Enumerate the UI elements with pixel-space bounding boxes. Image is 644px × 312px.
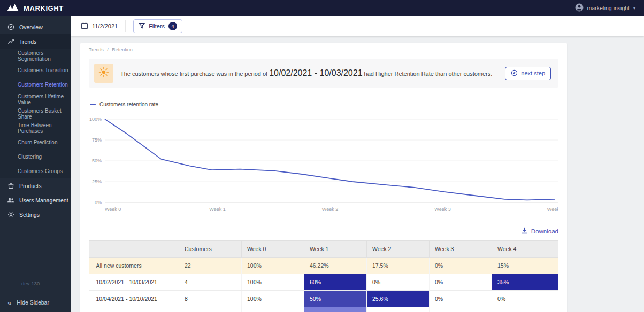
table-header-cell: Week 4 <box>492 241 558 258</box>
trends-icon <box>7 38 14 45</box>
retention-chart: 100%75%50%25%0%Week 0Week 1Week 2Week 3W… <box>89 113 558 213</box>
sidebar-item-users-management[interactable]: Users Management <box>0 193 71 207</box>
table-cell: 50% <box>304 291 367 307</box>
next-step-button[interactable]: next step <box>505 67 551 80</box>
legend-marker <box>90 104 96 105</box>
table-cell: 100% <box>242 291 304 307</box>
sidebar-item-overview[interactable]: Overview <box>0 20 71 34</box>
sidebar: OverviewTrends Customers SegmentationCus… <box>0 16 71 312</box>
date-value: 11/2/2021 <box>92 23 118 29</box>
sidebar-item-products[interactable]: Products <box>0 178 71 193</box>
table-cell: 0% <box>492 291 558 307</box>
sidebar-item-trends[interactable]: Trends <box>0 34 71 49</box>
breadcrumb-retention[interactable]: Retention <box>112 47 133 52</box>
breadcrumb-trends[interactable]: Trends <box>89 47 104 52</box>
collapse-icon: « <box>7 299 11 307</box>
sidebar-item-settings[interactable]: Settings <box>0 207 71 222</box>
table-cell: 46.22% <box>304 258 367 274</box>
table-cell <box>367 307 430 312</box>
sidebar-subitem-customers-basket-share[interactable]: Customers Basket Share <box>0 106 71 121</box>
table-row: 10/04/2021 - 10/10/20218100%50%25.6%0%0% <box>89 291 558 307</box>
sidebar-subitem-churn-prediction[interactable]: Churn Prediction <box>0 135 71 150</box>
chevron-down-icon: ▾ <box>633 6 635 11</box>
sidebar-top-items: OverviewTrends <box>0 20 71 49</box>
row-label <box>89 307 179 312</box>
date-picker[interactable]: 11/2/2021 <box>81 22 118 30</box>
x-axis-tick-label: Week 0 <box>105 207 121 212</box>
sidebar-subitem-customers-segmentation[interactable]: Customers Segmentation <box>0 49 71 63</box>
table-cell <box>492 307 558 312</box>
table-header-cell: Week 2 <box>367 241 430 258</box>
x-axis-tick-label: Week 3 <box>434 207 450 212</box>
breadcrumb: Trends / Retention <box>89 47 558 52</box>
x-axis-tick-label: Week 2 <box>322 207 338 212</box>
logo-text: MARKIGHT <box>24 4 64 12</box>
table-cell <box>430 307 492 312</box>
table-cell <box>242 307 304 312</box>
hide-sidebar-button[interactable]: « Hide Sidebar <box>0 293 71 312</box>
insight-date-range: 10/02/2021 - 10/03/2021 <box>269 68 362 77</box>
main-content: Trends / Retention The customers whose f… <box>71 36 644 312</box>
markight-logo-icon <box>7 4 20 13</box>
table-cell: 35% <box>492 274 558 291</box>
sidebar-item-label: Trends <box>19 38 36 45</box>
sidebar-subitem-customers-transition[interactable]: Customers Transition <box>0 63 71 77</box>
table-row <box>89 307 558 312</box>
table-header-cell: Week 1 <box>304 241 367 258</box>
download-button[interactable]: Download <box>521 227 558 235</box>
table-cell: 0% <box>430 258 492 274</box>
toolbar-divider <box>125 20 126 32</box>
sidebar-subitem-customers-retention[interactable]: Customers Retention <box>0 77 71 92</box>
table-row: 10/02/2021 - 10/03/20214100%60%0%0%35% <box>89 274 558 291</box>
table-header-cell <box>89 241 179 258</box>
retention-rate-line <box>105 119 555 200</box>
table-cell: 0% <box>430 274 492 291</box>
row-label: 10/02/2021 - 10/03/2021 <box>89 274 179 291</box>
filters-label: Filters <box>149 23 165 29</box>
filters-button[interactable]: Filters 4 <box>133 19 182 33</box>
filters-count-badge: 4 <box>168 22 177 30</box>
insight-text-after: had Higher Retention Rate than other cus… <box>363 71 493 77</box>
calendar-icon <box>81 22 88 30</box>
logo[interactable]: MARKIGHT <box>7 4 64 13</box>
sidebar-subitem-customers-lifetime-value[interactable]: Customers Lifetime Value <box>0 92 71 106</box>
y-axis-tick-label: 75% <box>92 137 102 143</box>
products-icon <box>7 182 14 190</box>
table-cell: 100% <box>242 274 304 291</box>
y-axis-tick-label: 100% <box>89 116 102 122</box>
toolbar: 11/2/2021 Filters 4 <box>71 16 644 36</box>
table-cell: 15% <box>492 258 558 274</box>
sidebar-item-label: Settings <box>19 212 40 218</box>
sun-icon <box>98 66 110 80</box>
download-label: Download <box>531 228 558 235</box>
avatar <box>575 3 584 13</box>
chart-legend[interactable]: Customers retention rate <box>90 102 158 107</box>
account-menu[interactable]: marketing insight ▾ <box>575 3 635 13</box>
table-cell: 8 <box>179 291 242 307</box>
row-label: 10/04/2021 - 10/10/2021 <box>89 291 179 307</box>
users-icon <box>7 197 14 204</box>
table-header-cell: Week 0 <box>242 241 304 258</box>
table-header-row: CustomersWeek 0Week 1Week 2Week 3Week 4 <box>89 241 558 258</box>
compass-icon <box>511 69 518 77</box>
account-label: marketing insight <box>587 5 630 11</box>
sidebar-trends-submenu: Customers SegmentationCustomers Transiti… <box>0 49 71 178</box>
table-cell: 100% <box>242 258 304 274</box>
insight-banner: The customers whose first purchase was i… <box>89 59 558 88</box>
row-label: All new customers <box>89 258 179 274</box>
sidebar-version: dev-130 <box>0 280 71 286</box>
sidebar-subitem-time-between-purchases[interactable]: Time Between Purchases <box>0 121 71 135</box>
sidebar-item-label: Products <box>19 183 41 189</box>
table-cell: 25.6% <box>367 291 430 307</box>
breadcrumb-separator: / <box>107 47 109 52</box>
sidebar-spacer <box>0 222 71 280</box>
hide-sidebar-label: Hide Sidebar <box>17 299 49 306</box>
table-cell: 22 <box>179 258 242 274</box>
table-cell: 17.5% <box>367 258 430 274</box>
table-cell <box>304 307 367 312</box>
sidebar-subitem-customers-groups[interactable]: Customers Groups <box>0 164 71 178</box>
sidebar-subitem-clustering[interactable]: Clustering <box>0 150 71 164</box>
insight-text-before: The customers whose first purchase was i… <box>120 71 269 77</box>
retention-line-chart-svg: 100%75%50%25%0%Week 0Week 1Week 2Week 3W… <box>89 113 558 213</box>
download-icon <box>521 227 528 235</box>
